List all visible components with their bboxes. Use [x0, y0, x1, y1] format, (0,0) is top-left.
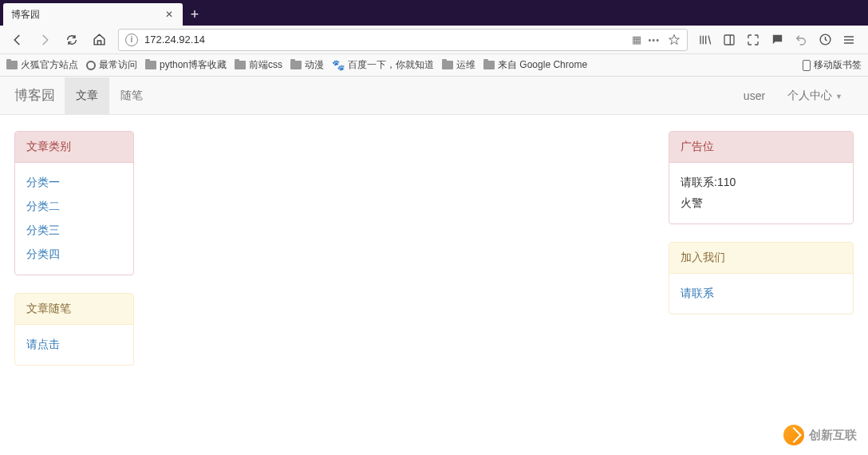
tab-title: 博客园: [11, 8, 164, 22]
new-tab-button[interactable]: +: [183, 3, 207, 26]
watermark: 创新互联: [783, 425, 857, 445]
nav-user[interactable]: user: [732, 89, 776, 102]
forward-button[interactable]: [34, 29, 56, 51]
panel-body: 请联系: [669, 274, 853, 314]
star-icon[interactable]: [668, 34, 681, 46]
menu-icon[interactable]: [841, 32, 857, 48]
browser-tab[interactable]: 博客园 ✕: [3, 3, 183, 26]
category-link[interactable]: 分类四: [26, 247, 122, 262]
category-link[interactable]: 分类一: [26, 176, 122, 190]
chevron-down-icon: ▼: [835, 93, 842, 101]
panel-categories: 文章类别 分类一 分类二 分类三 分类四: [14, 131, 134, 275]
category-link[interactable]: 分类二: [26, 200, 122, 214]
bookmark-baidu[interactable]: 🐾百度一下，你就知道: [332, 58, 434, 72]
join-link[interactable]: 请联系: [681, 287, 842, 301]
panel-join: 加入我们 请联系: [669, 242, 854, 315]
url-bar[interactable]: i ▦ •••: [118, 29, 688, 51]
info-icon[interactable]: i: [125, 34, 138, 46]
category-link[interactable]: 分类三: [26, 224, 122, 238]
close-icon[interactable]: ✕: [164, 9, 175, 20]
gear-icon: [86, 61, 96, 70]
undo-icon[interactable]: [793, 32, 809, 48]
ad-text: 请联系:110: [681, 176, 842, 190]
panel-heading: 加入我们: [669, 243, 853, 274]
browser-toolbar: i ▦ •••: [0, 26, 868, 54]
library-icon[interactable]: [697, 32, 713, 48]
page-navbar: 博客园 文章 随笔 user 个人中心▼: [0, 77, 868, 115]
reload-button[interactable]: [61, 29, 83, 51]
home-button[interactable]: [88, 29, 110, 51]
sidebar-right: 广告位 请联系:110 火警 加入我们 请联系: [669, 131, 854, 383]
essay-link[interactable]: 请点击: [26, 338, 122, 352]
folder-icon: [235, 61, 246, 69]
svg-rect-0: [724, 35, 734, 45]
page-container: 文章类别 分类一 分类二 分类三 分类四 文章随笔 请点击 广告位 请联系:11…: [0, 115, 868, 399]
folder-icon: [442, 61, 453, 69]
sidebar-left: 文章类别 分类一 分类二 分类三 分类四 文章随笔 请点击: [14, 131, 134, 383]
sidebar-icon[interactable]: [721, 32, 737, 48]
bookmark-anime[interactable]: 动漫: [290, 58, 324, 72]
folder-icon: [6, 61, 18, 69]
folder-icon: [290, 61, 302, 69]
brand[interactable]: 博客园: [14, 86, 55, 105]
panel-body: 请点击: [15, 325, 133, 365]
screenshot-icon[interactable]: [745, 32, 761, 48]
panel-body: 分类一 分类二 分类三 分类四: [15, 163, 133, 275]
back-button[interactable]: [6, 29, 29, 51]
chat-icon[interactable]: [769, 32, 785, 48]
panel-body: 请联系:110 火警: [669, 163, 853, 224]
panel-heading: 广告位: [669, 132, 853, 163]
panel-essays: 文章随笔 请点击: [14, 293, 134, 366]
nav-user-center[interactable]: 个人中心▼: [776, 89, 854, 103]
qr-icon[interactable]: ▦: [632, 34, 640, 46]
clock-icon[interactable]: [817, 32, 833, 48]
folder-icon: [145, 61, 156, 69]
mobile-icon: [803, 60, 811, 71]
panel-heading: 文章随笔: [15, 294, 133, 325]
url-input[interactable]: [144, 34, 632, 46]
folder-icon: [483, 61, 495, 69]
panel-ads: 广告位 请联系:110 火警: [669, 131, 854, 224]
bookmark-frequent[interactable]: 最常访问: [86, 58, 137, 72]
nav-notes[interactable]: 随笔: [109, 77, 154, 114]
watermark-icon: [783, 425, 804, 445]
bookmark-python[interactable]: python博客收藏: [145, 58, 227, 72]
bookmark-firefox[interactable]: 火狐官方站点: [6, 58, 78, 72]
bookmarks-bar: 火狐官方站点 最常访问 python博客收藏 前端css 动漫 🐾百度一下，你就…: [0, 54, 868, 77]
browser-tab-strip: 博客园 ✕ +: [0, 0, 868, 26]
bookmark-chrome[interactable]: 来自 Google Chrome: [483, 58, 587, 72]
panel-heading: 文章类别: [15, 132, 133, 163]
more-icon[interactable]: •••: [648, 35, 660, 45]
bookmark-mobile[interactable]: 移动版书签: [803, 58, 862, 72]
ad-text: 火警: [681, 196, 842, 211]
bookmark-css[interactable]: 前端css: [235, 58, 282, 72]
nav-articles[interactable]: 文章: [65, 77, 109, 114]
bookmark-ops[interactable]: 运维: [442, 58, 475, 72]
baidu-icon: 🐾: [332, 59, 345, 71]
